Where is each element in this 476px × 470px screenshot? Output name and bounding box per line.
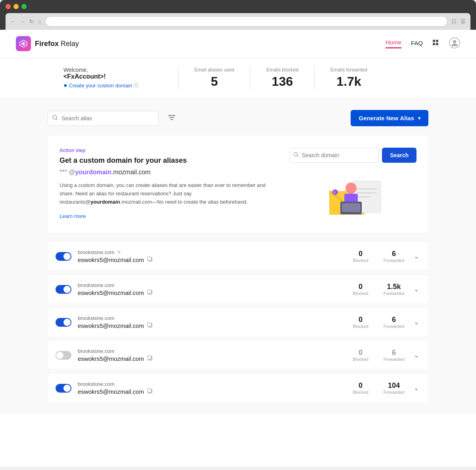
svg-rect-4	[436, 40, 438, 42]
alias-site: brookstone.com	[78, 348, 342, 354]
alias-expand-button[interactable]: ⌄	[412, 284, 420, 295]
action-card-right: Search	[290, 148, 416, 221]
domain-search-icon	[294, 152, 299, 158]
stat-divider-2	[250, 66, 250, 90]
search-alias-wrap	[48, 111, 159, 126]
header-nav: Home FAQ	[386, 37, 460, 50]
nav-home[interactable]: Home	[386, 39, 401, 48]
alias-site: brookstone.com	[78, 315, 342, 321]
blocked-label: Blocked	[349, 390, 372, 395]
toggle-track[interactable]	[56, 318, 71, 327]
alias-blocked-stat: 0 Blocked	[349, 316, 372, 329]
forwarded-count: 6	[382, 349, 406, 357]
alias-forwarded-stat: 6 Forwarded	[382, 250, 406, 263]
logo-text: Firefox Relay	[35, 40, 79, 48]
search-domain-input[interactable]	[290, 148, 379, 163]
custom-domain-link[interactable]: ● Create your custom domain ⓘ	[63, 82, 138, 89]
alias-toggle-2[interactable]	[56, 285, 71, 294]
browser-back[interactable]: ←	[10, 18, 16, 25]
alias-toggle-5[interactable]	[56, 384, 71, 393]
stat-divider-1	[178, 66, 178, 90]
action-card-description: Using a custom domain, you can create al…	[60, 181, 278, 206]
toggle-thumb	[63, 385, 71, 392]
copy-icon[interactable]	[147, 256, 153, 263]
browser-home[interactable]: ⌂	[38, 18, 41, 25]
copy-icon[interactable]	[147, 322, 153, 329]
svg-rect-28	[148, 257, 151, 260]
svg-rect-5	[433, 43, 435, 45]
welcome-section: Welcome, <FxAccount>! ● Create your cust…	[63, 67, 138, 89]
nav-faq[interactable]: FAQ	[411, 40, 423, 48]
copy-icon[interactable]	[147, 388, 153, 395]
edit-icon[interactable]: ✎	[117, 250, 121, 255]
alias-toggle-1[interactable]	[56, 252, 71, 261]
filter-button[interactable]	[165, 111, 178, 125]
forwarded-count: 104	[382, 381, 406, 390]
forwarded-count: 6	[382, 316, 406, 324]
domain-search-wrap	[290, 148, 379, 163]
svg-point-8	[453, 40, 456, 43]
alias-site: brookstone.com	[78, 381, 342, 387]
toggle-track[interactable]	[56, 252, 71, 261]
main-content: Generate New Alias ▾ Action step Get a c…	[0, 98, 476, 414]
copy-icon[interactable]	[147, 289, 153, 296]
blocked-label: Blocked	[349, 357, 372, 362]
copy-icon[interactable]	[147, 355, 153, 362]
browser-refresh[interactable]: ↻	[29, 18, 34, 25]
toggle-track[interactable]	[56, 285, 71, 294]
stat-emails-blocked: Emails blocked 136	[266, 67, 298, 89]
alias-blocked-stat: 0 Blocked	[349, 381, 372, 395]
address-bar[interactable]	[45, 16, 447, 27]
logo[interactable]: Firefox Relay	[16, 36, 79, 51]
forwarded-label: Forwarded	[382, 291, 406, 296]
svg-rect-24	[342, 203, 360, 212]
action-step-label: Action step	[60, 148, 278, 153]
search-alias-input[interactable]	[48, 111, 159, 126]
action-card-content: Action step Get a custom domain for your…	[60, 148, 278, 220]
search-generate-bar: Generate New Alias ▾	[48, 110, 428, 126]
alias-expand-button[interactable]: ⌄	[412, 350, 420, 360]
alias-toggle-4[interactable]	[56, 351, 71, 360]
svg-rect-6	[436, 43, 438, 45]
alias-blocked-stat: 0 Blocked	[349, 349, 372, 362]
toggle-track[interactable]	[56, 351, 71, 360]
alias-card: brookstone.com eswokrs5@mozmail.com 0 Bl…	[48, 341, 428, 369]
alias-expand-button[interactable]: ⌄	[412, 251, 420, 262]
alias-info: brookstone.com eswokrs5@mozmail.com	[78, 348, 342, 362]
svg-point-25	[332, 189, 338, 195]
alias-email: eswokrs5@mozmail.com	[78, 388, 342, 395]
toggle-track[interactable]	[56, 384, 71, 393]
account-icon[interactable]	[449, 37, 460, 50]
alias-expand-button[interactable]: ⌄	[412, 317, 420, 327]
toggle-thumb	[63, 319, 71, 326]
generate-new-alias-button[interactable]: Generate New Alias ▾	[351, 110, 428, 126]
forwarded-count: 1.5k	[382, 283, 406, 291]
stat-aliases-used: Email aliases used 5	[194, 67, 234, 89]
svg-line-10	[56, 119, 58, 120]
svg-point-2	[23, 43, 25, 45]
alias-card: brookstone.com eswokrs5@mozmail.com 0 Bl…	[48, 374, 428, 402]
alias-toggle-3[interactable]	[56, 318, 71, 327]
browser-menu-icon[interactable]: ☰	[461, 18, 466, 25]
toggle-thumb	[63, 286, 71, 293]
search-icon	[52, 115, 58, 121]
alias-stats: 0 Blocked 6 Forwarded	[349, 349, 406, 362]
svg-point-9	[53, 115, 57, 119]
blocked-count: 0	[349, 349, 372, 357]
browser-extension-icon[interactable]: ☷	[451, 18, 457, 25]
blocked-label: Blocked	[349, 324, 372, 329]
alias-card: brookstone.com eswokrs5@mozmail.com 0 Bl…	[48, 275, 428, 303]
alias-site: brookstone.com	[78, 282, 342, 288]
alias-stats: 0 Blocked 6 Forwarded	[349, 316, 406, 329]
welcome-text: Welcome,	[63, 67, 138, 73]
svg-rect-36	[148, 389, 151, 392]
alias-stats: 0 Blocked 1.5k Forwarded	[349, 283, 406, 296]
svg-rect-34	[148, 356, 151, 359]
alias-expand-button[interactable]: ⌄	[412, 383, 420, 393]
apps-icon[interactable]	[432, 39, 440, 48]
svg-point-14	[294, 152, 298, 156]
browser-forward[interactable]: →	[20, 18, 25, 25]
learn-more-link[interactable]: Learn more	[60, 213, 86, 219]
action-card-title: Get a custom domain for your aliases	[60, 156, 278, 165]
search-domain-button[interactable]: Search	[382, 148, 416, 163]
